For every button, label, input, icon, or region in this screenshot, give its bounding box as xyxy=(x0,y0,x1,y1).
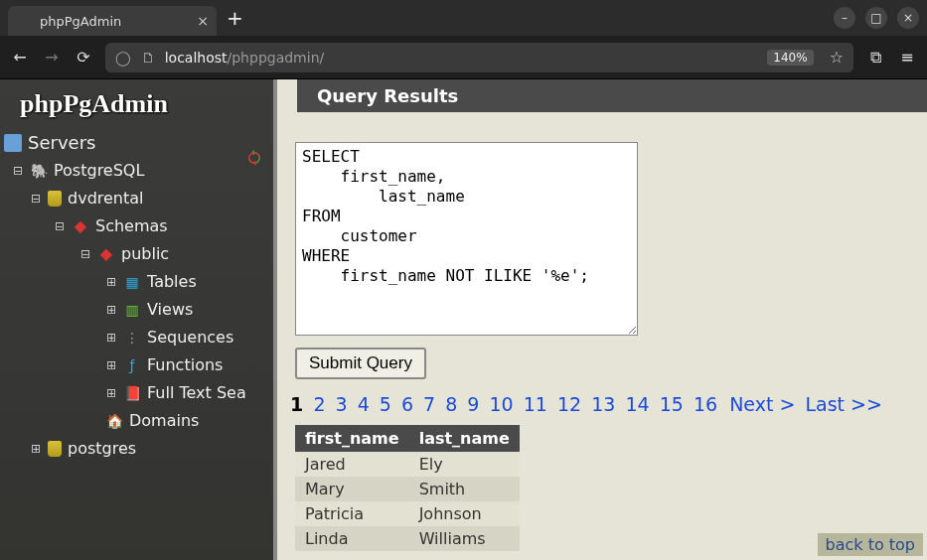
table-cell: Mary xyxy=(295,477,409,501)
database-icon xyxy=(48,191,62,207)
toggle-icon[interactable] xyxy=(105,379,117,407)
address-bar[interactable]: ◯ 🗋 localhost/phppgadmin/ 140% ☆ xyxy=(105,43,853,72)
table-cell: Smith xyxy=(409,477,520,501)
window-controls: – □ × xyxy=(834,7,919,29)
toggle-icon[interactable] xyxy=(105,351,117,379)
page-next[interactable]: Next > xyxy=(729,393,795,415)
page-16[interactable]: 16 xyxy=(694,393,717,415)
browser-tab[interactable]: phpPgAdmin × xyxy=(8,6,217,36)
object-tree: Servers 🐘 PostgreSQL dvdrental ◆ Schemas… xyxy=(0,129,273,463)
tree-schemas[interactable]: ◆ Schemas xyxy=(4,212,273,240)
tree-domains[interactable]: 🏠 Domains xyxy=(4,407,273,435)
tab-favicon xyxy=(16,13,32,29)
bookmark-star-icon[interactable]: ☆ xyxy=(830,48,844,67)
sql-query-input[interactable] xyxy=(295,142,638,336)
page-6[interactable]: 6 xyxy=(401,393,413,415)
page-last[interactable]: Last >> xyxy=(805,393,881,415)
main-panel: Query Results Submit Query 1 2 3 4 5 6 7… xyxy=(277,79,927,560)
page-3[interactable]: 3 xyxy=(336,393,348,415)
url-text: localhost/phppgadmin/ xyxy=(165,50,325,66)
reload-button[interactable]: ⟳ xyxy=(74,48,93,67)
refresh-tree-icon[interactable] xyxy=(245,149,263,167)
tree-schema-public[interactable]: ◆ public xyxy=(4,240,273,268)
page-13[interactable]: 13 xyxy=(591,393,615,415)
submit-query-button[interactable]: Submit Query xyxy=(295,348,426,379)
toggle-icon[interactable] xyxy=(30,185,42,212)
toggle-icon[interactable] xyxy=(79,240,91,268)
table-row: JaredEly xyxy=(295,452,520,477)
lock-icon: 🗋 xyxy=(141,50,155,66)
domains-icon: 🏠 xyxy=(105,412,123,430)
toggle-icon[interactable] xyxy=(105,324,117,351)
close-tab-icon[interactable]: × xyxy=(197,13,209,29)
page-11[interactable]: 11 xyxy=(524,393,547,415)
page-8[interactable]: 8 xyxy=(445,393,457,415)
tree-views[interactable]: ▥ Views xyxy=(4,296,273,324)
results-table: first_namelast_name JaredElyMarySmithPat… xyxy=(295,425,520,551)
table-cell: Jared xyxy=(295,452,409,477)
tree-tables[interactable]: ▦ Tables xyxy=(4,268,273,296)
views-icon: ▥ xyxy=(123,301,141,319)
phppgadmin-logo: phpPgAdmin xyxy=(20,89,273,119)
tab-title: phpPgAdmin xyxy=(40,14,189,29)
page-7[interactable]: 7 xyxy=(423,393,435,415)
toggle-icon[interactable] xyxy=(105,296,117,324)
url-host: localhost xyxy=(165,50,228,66)
pagination: 1 2 3 4 5 6 7 8 9 10 11 12 13 14 15 16 N… xyxy=(277,393,893,415)
tree-db-dvdrental[interactable]: dvdrental xyxy=(4,185,273,212)
table-row: LindaWilliams xyxy=(295,526,520,551)
page-12[interactable]: 12 xyxy=(557,393,581,415)
toggle-icon[interactable] xyxy=(30,435,42,463)
page-1: 1 xyxy=(290,393,303,415)
column-header[interactable]: last_name xyxy=(409,425,520,452)
pocket-icon[interactable]: ⧉ xyxy=(865,48,885,67)
sequences-icon: ⋮ xyxy=(123,329,141,347)
toggle-icon[interactable] xyxy=(54,212,66,240)
browser-toolbar: ← → ⟳ ◯ 🗋 localhost/phppgadmin/ 140% ☆ ⧉… xyxy=(0,36,927,79)
table-cell: Patricia xyxy=(295,501,409,526)
minimize-button[interactable]: – xyxy=(834,7,855,29)
tree-servers[interactable]: Servers xyxy=(4,129,273,157)
toggle-icon[interactable] xyxy=(105,268,117,296)
table-cell: Linda xyxy=(295,526,409,551)
shield-icon: ◯ xyxy=(115,50,131,66)
page-title: Query Results xyxy=(297,79,927,112)
schemas-icon: ◆ xyxy=(72,217,89,235)
maximize-button[interactable]: □ xyxy=(865,7,887,29)
tree-postgresql[interactable]: 🐘 PostgreSQL xyxy=(4,157,273,185)
tree-sequences[interactable]: ⋮ Sequences xyxy=(4,324,273,351)
fts-icon: 📕 xyxy=(123,384,141,402)
page-5[interactable]: 5 xyxy=(380,393,391,415)
page-14[interactable]: 14 xyxy=(625,393,649,415)
zoom-badge[interactable]: 140% xyxy=(767,50,813,66)
menu-icon[interactable]: ≡ xyxy=(897,48,917,67)
page-2[interactable]: 2 xyxy=(313,393,325,415)
forward-button[interactable]: → xyxy=(42,48,62,67)
tree-functions[interactable]: ƒ Functions xyxy=(4,351,273,379)
table-row: MarySmith xyxy=(295,477,520,501)
window-titlebar: phpPgAdmin × + – □ × xyxy=(0,0,927,36)
back-to-top-link[interactable]: back to top xyxy=(818,533,923,556)
table-cell: Williams xyxy=(409,526,520,551)
page-4[interactable]: 4 xyxy=(358,393,370,415)
new-tab-button[interactable]: + xyxy=(227,6,243,30)
tree-db-postgres[interactable]: postgres xyxy=(4,435,273,463)
sidebar: phpPgAdmin Servers 🐘 PostgreSQL dvdrenta… xyxy=(0,79,277,560)
server-icon xyxy=(4,134,22,152)
close-window-button[interactable]: × xyxy=(897,7,919,29)
table-row: PatriciaJohnson xyxy=(295,501,520,526)
postgresql-icon: 🐘 xyxy=(30,162,48,180)
back-button[interactable]: ← xyxy=(10,48,30,67)
url-path: /phppgadmin/ xyxy=(228,50,325,66)
column-header[interactable]: first_name xyxy=(295,425,409,452)
tables-icon: ▦ xyxy=(123,273,141,291)
toggle-icon[interactable] xyxy=(12,157,24,185)
database-icon xyxy=(48,441,62,457)
page-9[interactable]: 9 xyxy=(467,393,479,415)
page-10[interactable]: 10 xyxy=(490,393,514,415)
table-cell: Johnson xyxy=(409,501,520,526)
table-cell: Ely xyxy=(409,452,520,477)
tree-fts[interactable]: 📕 Full Text Sea xyxy=(4,379,273,407)
schema-icon: ◆ xyxy=(97,245,115,263)
page-15[interactable]: 15 xyxy=(660,393,684,415)
